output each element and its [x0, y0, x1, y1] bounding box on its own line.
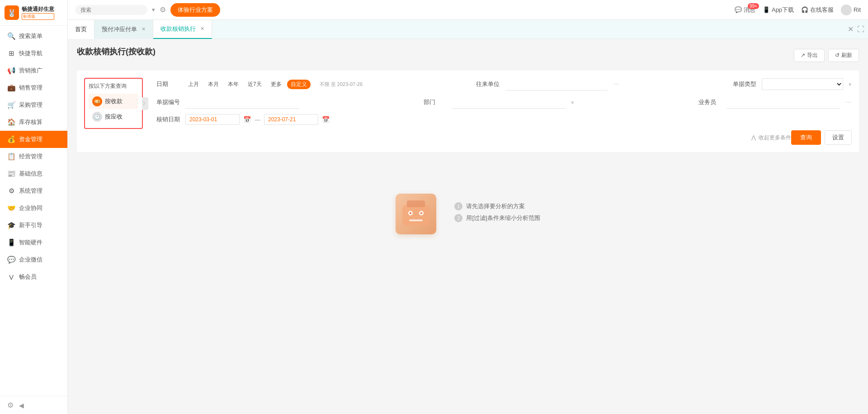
date-tab-custom[interactable]: 自定义 — [287, 80, 311, 89]
writeoff-end-input[interactable] — [264, 114, 318, 125]
message-btn[interactable]: 💬 消息 99+ — [735, 6, 755, 14]
sidebar-item-quick-nav[interactable]: ⊞ 快捷导航 — [0, 45, 67, 62]
settings-btn[interactable]: 设置 — [825, 130, 852, 145]
empty-state: 1 请先选择要分析的方案 2 用[过滤]条件来缩小分析范围 — [77, 157, 859, 271]
vip-icon: V — [7, 273, 15, 281]
date-tab-last7days[interactable]: 近7天 — [244, 80, 265, 89]
collapse-more-area[interactable]: ⋀ 收起更多条件 — [751, 134, 791, 142]
message-badge: 99+ — [748, 3, 759, 9]
sidebar-footer: ⚙ ◀ — [0, 396, 67, 414]
mode-by-receipt[interactable]: 💴 按收款 — [89, 94, 138, 109]
empty-illustration — [396, 194, 436, 234]
refresh-label: 刷新 — [841, 52, 852, 59]
refresh-btn[interactable]: ↺ 刷新 — [828, 49, 859, 62]
dept-input[interactable] — [452, 96, 566, 109]
finance-icon: 💰 — [7, 135, 15, 143]
writeoff-end-cal-icon[interactable]: 📅 — [322, 116, 330, 123]
tab-receipt-offset[interactable]: 收款核销执行 ✕ — [153, 20, 212, 39]
query-btn[interactable]: 查询 — [791, 130, 821, 145]
sidebar-item-label-guide: 新手引导 — [19, 221, 42, 229]
collapse-chevron-icon: ⋀ — [751, 134, 756, 141]
tab-prepay-close-icon[interactable]: ✕ — [142, 26, 146, 32]
tab-expand-btn[interactable]: ⛶ — [857, 25, 864, 33]
date-tab-this-year[interactable]: 本年 — [224, 80, 242, 89]
query-mode-title: 按以下方案查询 — [89, 82, 138, 90]
app-download-btn[interactable]: 📱 App下载 — [763, 6, 794, 14]
sidebar-item-guide[interactable]: 🎓 新手引导 — [0, 217, 67, 234]
system-icon: ⚙ — [7, 187, 15, 195]
tab-prepay-offset[interactable]: 预付冲应付单 ✕ — [94, 20, 153, 39]
date-tab-this-month[interactable]: 本月 — [204, 80, 222, 89]
date-tab-more[interactable]: 更多 — [267, 80, 285, 89]
counterpart-input[interactable] — [505, 78, 608, 90]
staff-more-icon[interactable]: ··· — [846, 98, 852, 106]
sidebar-item-vip[interactable]: V 畅会员 — [0, 268, 67, 286]
sidebar-item-label-system: 系统管理 — [19, 187, 42, 195]
filter-row-1: 日期 上月 本月 本年 近7天 更多 自定义 不限 至 2023-07-26 往… — [156, 78, 852, 90]
tab-home[interactable]: 首页 — [68, 20, 94, 39]
industry-btn[interactable]: 体验行业方案 — [170, 3, 220, 17]
date-tab-last-month[interactable]: 上月 — [184, 80, 203, 89]
user-area[interactable]: Rit — [841, 5, 861, 15]
topbar-search-input[interactable] — [75, 5, 147, 15]
svg-rect-6 — [409, 219, 423, 221]
counterpart-more-icon[interactable]: ··· — [613, 80, 619, 88]
topbar-dropdown-icon[interactable]: ▾ — [152, 6, 155, 13]
tip-num-2: 2 — [454, 214, 462, 222]
panel-collapse-btn[interactable]: 〉 — [142, 97, 148, 110]
sidebar-item-marketing[interactable]: 📢 营销推广 — [0, 62, 67, 79]
enterprise-icon: 🤝 — [7, 204, 15, 212]
sidebar-item-label-vip: 畅会员 — [19, 273, 37, 281]
quick-nav-icon: ⊞ — [7, 49, 15, 57]
footer-settings-icon[interactable]: ⚙ — [7, 401, 14, 409]
sidebar-item-label-sales: 销售管理 — [19, 84, 42, 92]
sidebar-item-basic-info[interactable]: 📰 基础信息 — [0, 165, 67, 182]
writeoff-date-range: 📅 — 📅 — [185, 114, 330, 125]
operations-icon: 📋 — [7, 152, 15, 161]
writeoff-start-input[interactable] — [185, 114, 240, 125]
doc-type-dropdown-icon[interactable]: ▾ — [849, 81, 852, 88]
sidebar-item-finance[interactable]: 💰 资金管理 — [0, 131, 67, 148]
logo-app-name: 畅捷通好生意 — [22, 5, 54, 13]
tab-receipt-close-icon[interactable]: ✕ — [200, 26, 204, 32]
export-btn[interactable]: ↗ 导出 — [794, 49, 825, 62]
topbar-right: 💬 消息 99+ 📱 App下载 🎧 在线客服 Rit — [735, 5, 861, 15]
tip-num-1: 1 — [454, 202, 462, 210]
filter-panel: 按以下方案查询 💴 按收款 🕐 按应收 〉 日期 上月 — [77, 71, 859, 152]
topbar-gear-icon[interactable]: ⚙ — [160, 5, 166, 14]
doc-type-select[interactable] — [762, 78, 843, 90]
dept-dropdown-icon[interactable]: ▾ — [571, 99, 574, 106]
sidebar-item-inventory[interactable]: 🏠 库存核算 — [0, 114, 67, 131]
sidebar-item-label-quick-nav: 快捷导航 — [19, 49, 42, 57]
sidebar-item-sales[interactable]: 💼 销售管理 — [0, 79, 67, 96]
page-content: 收款核销执行(按收款) ↗ 导出 ↺ 刷新 按以下方案查询 💴 按收款 — [68, 39, 868, 414]
sidebar-item-search-menu[interactable]: 🔍 搜索菜单 — [0, 28, 67, 45]
writeoff-start-cal-icon[interactable]: 📅 — [243, 116, 251, 123]
footer-collapse-icon[interactable]: ◀ — [19, 402, 24, 409]
sidebar-item-label-enterprise: 企业协同 — [19, 204, 42, 212]
sidebar-item-operations[interactable]: 📋 经营管理 — [0, 148, 67, 165]
doc-no-input[interactable] — [185, 96, 299, 109]
wechat-icon: 💬 — [7, 256, 15, 264]
tab-close-all-btn[interactable]: ✕ — [848, 25, 854, 33]
sidebar: 🐰 畅捷通好生意 标准版 🔍 搜索菜单 ⊞ 快捷导航 📢 营销推广 💼 销售管理… — [0, 0, 68, 414]
topbar: ▾ ⚙ 体验行业方案 💬 消息 99+ 📱 App下载 🎧 在线客服 Rit — [68, 0, 868, 20]
tabbar-actions: ✕ ⛶ — [848, 25, 868, 33]
mode-by-receivable[interactable]: 🕐 按应收 — [89, 109, 138, 124]
sidebar-item-purchase[interactable]: 🛒 采购管理 — [0, 96, 67, 114]
date-tabs: 上月 本月 本年 近7天 更多 自定义 — [184, 80, 311, 89]
guide-icon: 🎓 — [7, 221, 15, 229]
online-service-btn[interactable]: 🎧 在线客服 — [801, 6, 834, 14]
topbar-left: ▾ ⚙ 体验行业方案 — [75, 3, 220, 17]
logo-icon: 🐰 — [5, 5, 19, 20]
page-actions: ↗ 导出 ↺ 刷新 — [794, 49, 859, 62]
sidebar-item-label-purchase: 采购管理 — [19, 101, 42, 109]
sidebar-item-system[interactable]: ⚙ 系统管理 — [0, 182, 67, 200]
sidebar-item-wechat[interactable]: 💬 企业微信 — [0, 251, 67, 268]
purchase-icon: 🛒 — [7, 101, 15, 109]
query-btns: 查询 设置 — [791, 130, 852, 145]
staff-input[interactable] — [726, 96, 840, 109]
page-header: 收款核销执行(按收款) ↗ 导出 ↺ 刷新 — [77, 46, 859, 64]
sidebar-item-enterprise[interactable]: 🤝 企业协同 — [0, 200, 67, 217]
sidebar-item-hardware[interactable]: 📱 智能硬件 — [0, 234, 67, 251]
